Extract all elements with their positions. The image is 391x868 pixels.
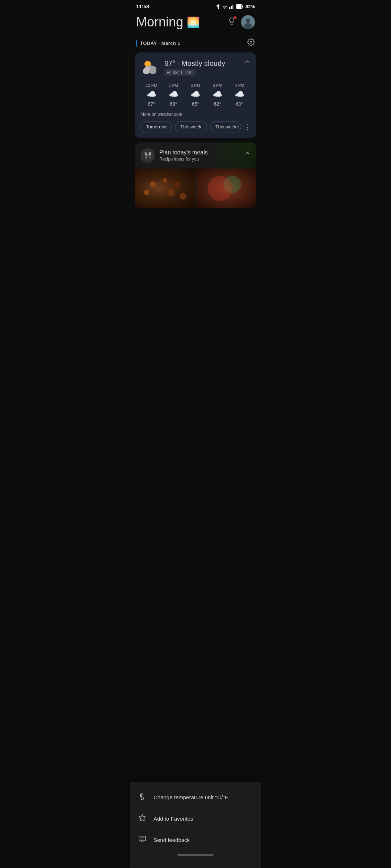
- hour-temp: 62°: [214, 101, 221, 107]
- notifications-button[interactable]: [227, 17, 236, 27]
- avatar[interactable]: [241, 15, 255, 29]
- weather-description: Mostly cloudy: [181, 59, 225, 67]
- battery-icon: [236, 4, 244, 9]
- hour-time: 12 PM: [146, 83, 157, 88]
- meals-expand-button[interactable]: [244, 152, 251, 160]
- svg-point-9: [244, 23, 252, 29]
- meals-card[interactable]: Plan today's meals Recipe ideas for you: [135, 142, 256, 208]
- svg-rect-6: [236, 5, 241, 8]
- signal-icon: [229, 4, 234, 9]
- weather-low: L: 49°: [181, 70, 193, 75]
- weather-high: H: 68°: [167, 70, 180, 75]
- hour-item-12pm: 12 PM ☁️ 67°: [140, 83, 163, 107]
- more-options-icon[interactable]: ⋮: [244, 123, 251, 131]
- meals-title: Plan today's meals: [159, 149, 244, 156]
- weather-main: 67° · Mostly cloudy H: 68° L: 49°: [140, 58, 225, 77]
- hour-icon: ☁️: [147, 90, 156, 99]
- weather-source-link[interactable]: More on weather.com: [140, 112, 251, 117]
- svg-point-13: [143, 68, 150, 74]
- hour-item-3pm: 3 PM ☁️ 62°: [206, 83, 228, 107]
- date-label: TODAY · March 1: [140, 41, 180, 46]
- weather-info: 67° · Mostly cloudy H: 68° L: 49°: [164, 59, 225, 76]
- status-bar: 11:58 82%: [130, 0, 261, 12]
- hour-temp: 60°: [236, 101, 243, 107]
- header: Morning 🌅: [130, 12, 261, 35]
- weather-temp-desc: 67° · Mostly cloudy: [164, 59, 225, 68]
- date-left: TODAY · March 1: [136, 40, 180, 47]
- hour-icon: ☁️: [190, 90, 200, 99]
- header-left: Morning 🌅: [136, 14, 199, 30]
- status-icons: 82%: [216, 4, 255, 9]
- hour-icon: ☁️: [213, 90, 222, 99]
- meals-subtitle: Recipe ideas for you: [159, 157, 244, 162]
- wifi-icon: [222, 5, 227, 9]
- meals-header: Plan today's meals Recipe ideas for you: [135, 142, 256, 169]
- today-label: TODAY: [140, 41, 157, 46]
- hour-icon: ☁️: [169, 90, 178, 99]
- hour-temp: 68°: [170, 101, 177, 107]
- meals-text-group: Plan today's meals Recipe ideas for you: [159, 149, 244, 162]
- weather-hl: H: 68° L: 49°: [164, 69, 196, 76]
- hour-temp: 67°: [148, 101, 155, 107]
- weather-collapse-button[interactable]: [244, 58, 251, 67]
- weather-temperature: 67°: [164, 59, 175, 67]
- svg-point-14: [149, 68, 156, 74]
- hour-time: 3 PM: [213, 83, 222, 88]
- tab-this-week[interactable]: This week: [175, 121, 207, 132]
- morning-emoji: 🌅: [187, 16, 199, 28]
- weather-card: 67° · Mostly cloudy H: 68° L: 49° 12 PM …: [135, 52, 256, 138]
- page-title: Morning: [136, 14, 183, 30]
- tab-this-weekend[interactable]: This weeke: [210, 121, 241, 132]
- hour-item-4pm: 4 PM ☁️ 60°: [228, 83, 251, 107]
- date-accent-bar: [136, 40, 137, 47]
- hour-icon: ☁️: [235, 90, 244, 99]
- hour-item-2pm: 2 PM ☁️ 65°: [185, 83, 207, 107]
- food-image-left[interactable]: [135, 169, 195, 208]
- header-right: [227, 15, 255, 29]
- tab-tomorrow[interactable]: Tomorrow: [140, 121, 172, 132]
- svg-rect-2: [231, 6, 232, 9]
- weather-condition-icon: [140, 58, 160, 77]
- battery-percent: 82%: [245, 4, 255, 9]
- hour-time: 4 PM: [235, 83, 244, 88]
- svg-rect-1: [229, 7, 230, 9]
- notification-dot: [234, 16, 237, 19]
- food-images-row: [135, 169, 256, 208]
- food-image-right[interactable]: [196, 169, 256, 208]
- date-row: TODAY · March 1: [130, 35, 261, 52]
- svg-rect-3: [232, 5, 233, 9]
- hour-item-1pm: 1 PM ☁️ 68°: [163, 83, 185, 107]
- status-time: 11:58: [136, 4, 149, 9]
- settings-icon[interactable]: [247, 38, 255, 48]
- date-value: March 1: [161, 41, 181, 46]
- weather-top: 67° · Mostly cloudy H: 68° L: 49°: [140, 58, 251, 77]
- meals-icon: [140, 148, 155, 163]
- hourly-forecast: 12 PM ☁️ 67° 1 PM ☁️ 68° 2 PM ☁️ 65° 3 P…: [140, 83, 251, 110]
- date-separator: ·: [158, 41, 161, 46]
- hour-temp: 65°: [192, 101, 199, 107]
- bluetooth-icon: [216, 4, 220, 9]
- hour-time: 1 PM: [169, 83, 178, 88]
- hour-time: 2 PM: [191, 83, 200, 88]
- svg-point-8: [246, 18, 250, 23]
- weather-tabs: Tomorrow This week This weeke ⋮: [140, 121, 251, 132]
